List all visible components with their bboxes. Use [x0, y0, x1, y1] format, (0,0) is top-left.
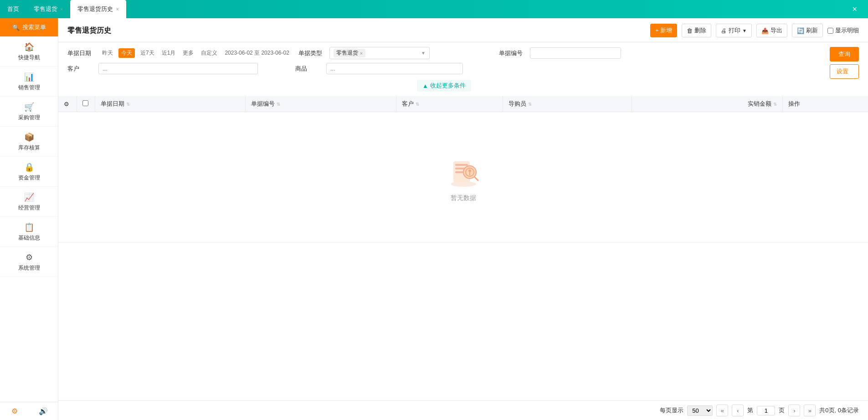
tab-list: 首页 零售退货 × 零售退货历史 × [0, 0, 848, 18]
date-opt-yesterday[interactable]: 昨天 [100, 49, 115, 57]
tab-retail-return[interactable]: 零售退货 × [26, 0, 70, 18]
new-button[interactable]: + 新增 [650, 24, 677, 37]
svg-line-7 [474, 177, 478, 180]
app-close-button[interactable]: × [848, 5, 861, 14]
page-title: 零售退货历史 [67, 26, 111, 36]
current-page-input[interactable] [757, 406, 775, 415]
bill-date-sort-icon: ⇅ [126, 102, 130, 107]
date-opt-today[interactable]: 今天 [118, 48, 135, 58]
sidebar-item-basic-info[interactable]: 📋 基础信息 [0, 217, 58, 247]
date-opt-custom[interactable]: 自定义 [199, 49, 219, 57]
page-size-select[interactable]: 20 50 100 [687, 405, 713, 416]
bill-number-label: 单据编号 [499, 49, 526, 57]
filter-settings-button[interactable]: 设置 [830, 64, 859, 79]
inventory-icon: 📦 [24, 132, 34, 142]
empty-state-cell: 暂无数据 [58, 112, 868, 243]
search-icon: 🔍 [12, 24, 20, 31]
filter-query-section: 查询 设置 [830, 47, 859, 79]
empty-state-illustration [445, 152, 482, 189]
bill-type-tag-text: 零售退货 [336, 49, 358, 57]
print-arrow-icon: ▼ [742, 28, 747, 33]
delete-button[interactable]: 🗑 删除 [682, 24, 711, 37]
empty-text: 暂无数据 [451, 194, 476, 202]
refresh-label: 刷新 [806, 26, 818, 35]
th-amount[interactable]: 实销金额 ⇅ [632, 96, 782, 112]
first-page-button[interactable]: « [716, 405, 728, 416]
export-button[interactable]: 📤 导出 [756, 24, 787, 37]
collapse-filter-button[interactable]: ▲ 收起更多条件 [417, 80, 471, 92]
date-opt-more[interactable]: 更多 [181, 49, 195, 57]
sidebar-item-inventory-mgmt[interactable]: 📦 库存核算 [0, 127, 58, 157]
bill-type-select[interactable]: 零售退货 × ▼ [329, 47, 430, 59]
show-detail-checkbox-label[interactable]: 显示明细 [827, 26, 859, 35]
tab-retail-return-history-close[interactable]: × [116, 6, 118, 12]
filter-area: 单据日期 昨天 今天 近7天 近1月 更多 自定义 2023-06-02 至 2… [58, 42, 868, 96]
sidebar-sound-button[interactable]: 🔊 [29, 402, 58, 420]
page-prefix: 第 [747, 406, 753, 415]
th-guide[interactable]: 导购员 ⇅ [503, 96, 632, 112]
th-settings[interactable]: ⚙ [58, 96, 77, 112]
sidebar-item-sales-label: 销售管理 [18, 84, 40, 92]
table-header: ⚙ 单据日期 ⇅ 单据编号 [58, 96, 868, 112]
page-title-row: 零售退货历史 + 新增 🗑 删除 🖨 打印 ▼ 📤 导出 [67, 24, 859, 37]
sidebar-item-purchase-label: 采购管理 [18, 114, 40, 122]
print-label: 打印 [729, 26, 740, 35]
tab-retail-return-close[interactable]: × [60, 6, 63, 12]
bill-no-sort-icon: ⇅ [277, 102, 280, 107]
sidebar-item-system-mgmt[interactable]: ⚙ 系统管理 [0, 247, 58, 277]
tab-home-label: 首页 [7, 5, 19, 13]
date-opt-last1month[interactable]: 近1月 [160, 49, 178, 57]
th-checkbox[interactable] [77, 96, 95, 112]
sidebar-search[interactable]: 🔍 搜索菜单 [0, 18, 58, 36]
basic-info-icon: 📋 [24, 222, 34, 232]
delete-label: 删除 [694, 26, 706, 35]
print-button[interactable]: 🖨 打印 ▼ [716, 24, 752, 37]
bill-number-input[interactable] [530, 47, 621, 59]
show-detail-checkbox[interactable] [827, 28, 833, 34]
bill-type-tag-close[interactable]: × [360, 51, 363, 56]
main-layout: 🔍 搜索菜单 🏠 快捷导航 📊 销售管理 🛒 采购管理 📦 库存核算 🔒 [0, 18, 868, 420]
sidebar-item-purchase-mgmt[interactable]: 🛒 采购管理 [0, 97, 58, 127]
tab-retail-return-history-label: 零售退货历史 [77, 5, 113, 13]
th-bill-date-label: 单据日期 [101, 100, 124, 108]
sidebar-menu: 🏠 快捷导航 📊 销售管理 🛒 采购管理 📦 库存核算 🔒 资金管理 📈 [0, 36, 58, 402]
select-all-checkbox[interactable] [82, 100, 88, 106]
tab-retail-return-history[interactable]: 零售退货历史 × [70, 0, 126, 18]
amount-sort-icon: ⇅ [773, 102, 777, 107]
th-customer[interactable]: 客户 ⇅ [396, 96, 503, 112]
th-bill-no-label: 单据编号 [251, 100, 275, 108]
column-settings-icon[interactable]: ⚙ [64, 101, 69, 108]
customer-input[interactable] [98, 63, 258, 74]
refresh-button[interactable]: 🔄 刷新 [792, 24, 823, 37]
sidebar-item-basic-info-label: 基础信息 [18, 234, 40, 242]
page-suffix: 页 [779, 406, 785, 415]
svg-rect-2 [455, 164, 468, 166]
date-opt-last7[interactable]: 近7天 [139, 49, 156, 57]
prev-page-button[interactable]: ‹ [732, 405, 744, 416]
goods-input[interactable] [326, 63, 463, 74]
sidebar-item-operations-mgmt[interactable]: 📈 经营管理 [0, 187, 58, 217]
customer-sort-icon: ⇅ [416, 102, 419, 107]
th-bill-date[interactable]: 单据日期 ⇅ [95, 96, 246, 112]
next-page-button[interactable]: › [788, 405, 800, 416]
th-bill-no[interactable]: 单据编号 ⇅ [246, 96, 396, 112]
home-icon: 🏠 [24, 42, 34, 52]
operations-icon: 📈 [24, 192, 34, 202]
query-button[interactable]: 查询 [830, 47, 859, 61]
date-filter-label: 单据日期 [67, 49, 95, 57]
sidebar-item-capital-mgmt[interactable]: 🔒 资金管理 [0, 157, 58, 187]
data-table: ⚙ 单据日期 ⇅ 单据编号 [58, 96, 868, 243]
sidebar-item-sales-mgmt[interactable]: 📊 销售管理 [0, 67, 58, 97]
tab-home[interactable]: 首页 [0, 0, 26, 18]
th-action: 操作 [782, 96, 868, 112]
goods-label: 商品 [295, 65, 323, 73]
bill-type-tag: 零售退货 × [334, 49, 365, 57]
sidebar-item-quick-nav[interactable]: 🏠 快捷导航 [0, 36, 58, 67]
collapse-label: 收起更多条件 [430, 82, 466, 90]
last-page-button[interactable]: » [804, 405, 816, 416]
filter-row-2: 客户 商品 [67, 63, 821, 74]
date-options: 昨天 今天 近7天 近1月 更多 自定义 [100, 48, 219, 58]
page-header: 零售退货历史 + 新增 🗑 删除 🖨 打印 ▼ 📤 导出 [58, 18, 868, 42]
sidebar-settings-button[interactable]: ⚙ [0, 402, 29, 420]
th-guide-label: 导购员 [508, 100, 526, 108]
